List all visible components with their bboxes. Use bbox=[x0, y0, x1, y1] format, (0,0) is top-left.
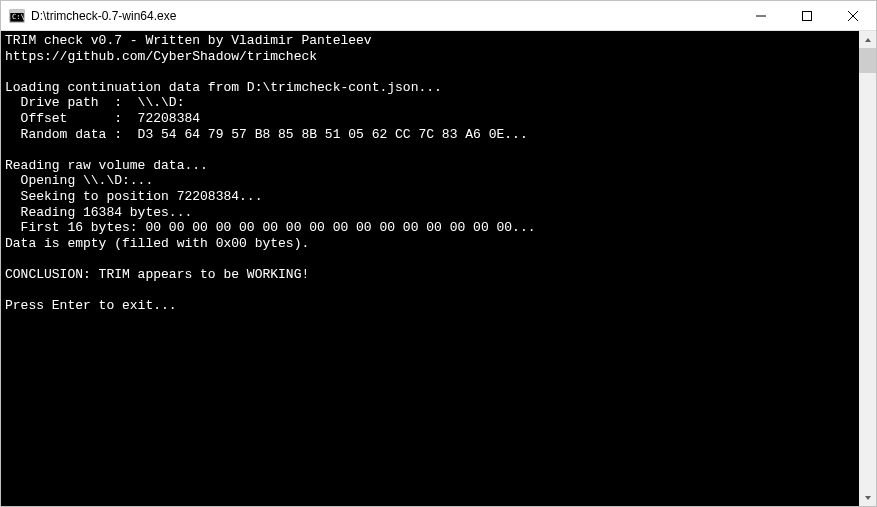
scrollbar-track[interactable] bbox=[859, 48, 876, 489]
console-line: CONCLUSION: TRIM appears to be WORKING! bbox=[5, 267, 855, 283]
console-line bbox=[5, 283, 855, 299]
scroll-down-button[interactable] bbox=[859, 489, 876, 506]
console-line: TRIM check v0.7 - Written by Vladimir Pa… bbox=[5, 33, 855, 49]
console-line: Reading 16384 bytes... bbox=[5, 205, 855, 221]
vertical-scrollbar[interactable] bbox=[859, 31, 876, 506]
app-icon: C:\ bbox=[9, 8, 25, 24]
console-line: Random data : D3 54 64 79 57 B8 85 8B 51… bbox=[5, 127, 855, 143]
svg-marker-8 bbox=[865, 496, 871, 500]
svg-text:C:\: C:\ bbox=[12, 13, 25, 21]
console-line: Drive path : \\.\D: bbox=[5, 95, 855, 111]
window-titlebar: C:\ D:\trimcheck-0.7-win64.exe bbox=[1, 1, 876, 31]
scroll-up-button[interactable] bbox=[859, 31, 876, 48]
console-line bbox=[5, 251, 855, 267]
console-line bbox=[5, 64, 855, 80]
console-line: First 16 bytes: 00 00 00 00 00 00 00 00 … bbox=[5, 220, 855, 236]
svg-marker-7 bbox=[865, 38, 871, 42]
console-line bbox=[5, 142, 855, 158]
minimize-button[interactable] bbox=[738, 1, 784, 30]
console-line: Press Enter to exit... bbox=[5, 298, 855, 314]
window-controls bbox=[738, 1, 876, 30]
console-line: Reading raw volume data... bbox=[5, 158, 855, 174]
console-line: Loading continuation data from D:\trimch… bbox=[5, 80, 855, 96]
svg-rect-4 bbox=[803, 11, 812, 20]
scrollbar-thumb[interactable] bbox=[859, 48, 876, 73]
maximize-button[interactable] bbox=[784, 1, 830, 30]
window-title: D:\trimcheck-0.7-win64.exe bbox=[31, 9, 738, 23]
console-area: TRIM check v0.7 - Written by Vladimir Pa… bbox=[1, 31, 876, 506]
close-button[interactable] bbox=[830, 1, 876, 30]
console-line: Opening \\.\D:... bbox=[5, 173, 855, 189]
console-line: https://github.com/CyberShadow/trimcheck bbox=[5, 49, 855, 65]
console-line: Data is empty (filled with 0x00 bytes). bbox=[5, 236, 855, 252]
console-output[interactable]: TRIM check v0.7 - Written by Vladimir Pa… bbox=[1, 31, 859, 506]
console-line: Offset : 72208384 bbox=[5, 111, 855, 127]
console-line: Seeking to position 72208384... bbox=[5, 189, 855, 205]
